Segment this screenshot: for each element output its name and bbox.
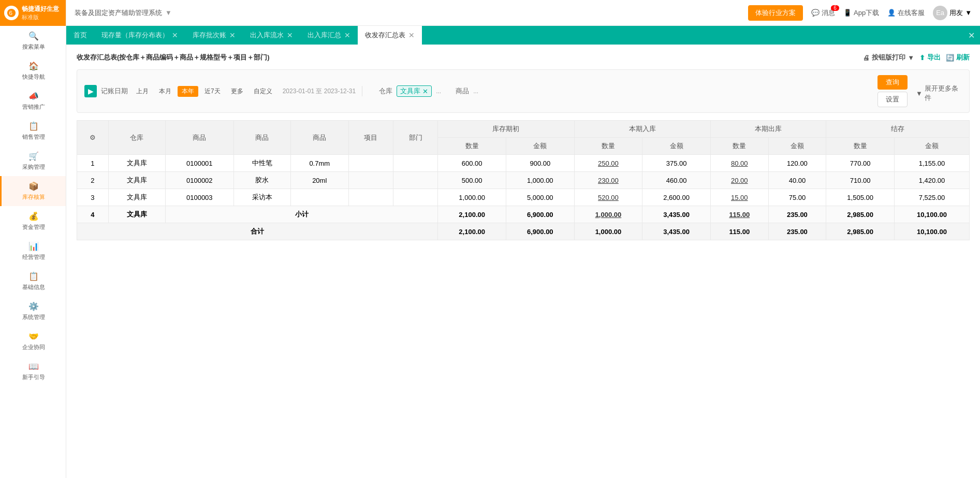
row3-out-qty[interactable]: 15.00 (710, 189, 768, 206)
project-col-header: 项目 (348, 121, 393, 155)
row2-in-qty[interactable]: 230.00 (574, 172, 642, 189)
expand-more-btn[interactable]: ▼ 展开更多条件 (916, 84, 962, 103)
online-service-button[interactable]: 👤 在线客服 (887, 8, 925, 18)
row2-warehouse: 文具库 (108, 172, 165, 189)
page-inner: 收发存汇总表(按仓库＋商品编码＋商品＋规格型号＋项目＋部门) 🖨 按钮版打印 ▼… (66, 45, 980, 478)
sidebar: 6 畅捷通好生意 标准版 🔍 搜索菜单 🏠 快捷导航 📣 营销推广 📋 销售管理… (0, 0, 66, 478)
filter-toggle-btn[interactable]: ▶ (84, 85, 97, 97)
row1-out-qty[interactable]: 80.00 (710, 155, 768, 172)
tabbar: 首页 现存量（库存分布表） ✕ 库存批次账 ✕ 出入库流水 ✕ 出入库汇总 ✕ … (66, 26, 980, 45)
topbar-dropdown-icon[interactable]: ▼ (165, 9, 172, 17)
row3-in-qty[interactable]: 520.00 (574, 189, 642, 206)
row3-no: 3 (77, 189, 109, 206)
chevron-down-icon: ▼ (965, 9, 972, 17)
refresh-button[interactable]: 🔄 刷新 (946, 53, 970, 62)
sidebar-item-search[interactable]: 🔍 搜索菜单 (0, 26, 66, 56)
sidebar-item-collab[interactable]: 🤝 企业协同 (0, 326, 66, 356)
print-icon: 🖨 (863, 54, 870, 62)
row1-name: 中性笔 (233, 155, 290, 172)
sidebar-item-finance[interactable]: 💰 资金管理 (0, 206, 66, 236)
user-menu[interactable]: Ea 用友 ▼ (933, 6, 972, 20)
sidebar-item-marketing[interactable]: 📣 营销推广 (0, 86, 66, 116)
sidebar-item-sales[interactable]: 📋 销售管理 (0, 116, 66, 146)
message-button[interactable]: 💬 消息 6 (811, 8, 835, 18)
last-month-btn[interactable]: 上月 (132, 86, 153, 97)
tab-inout-flow[interactable]: 出入库流水 ✕ (243, 26, 300, 45)
subtotal-open-qty: 2,100.00 (438, 206, 506, 223)
warehouse-tag[interactable]: 文具库 ✕ (397, 85, 432, 97)
page: 收发存汇总表(按仓库＋商品编码＋商品＋规格型号＋项目＋部门) 🖨 按钮版打印 ▼… (66, 45, 980, 478)
sidebar-item-operation[interactable]: 📊 经营管理 (0, 236, 66, 266)
query-button[interactable]: 查询 (877, 75, 908, 90)
row1-warehouse: 文具库 (108, 155, 165, 172)
warehouse-more[interactable]: ... (436, 88, 441, 95)
tab-close-icon[interactable]: ✕ (344, 32, 350, 39)
topbar: 装备及固定资产辅助管理系统 ▼ 体验行业方案 💬 消息 6 📱 App下载 👤 … (66, 0, 980, 26)
tab-close-all[interactable]: ✕ (963, 31, 980, 40)
export-button[interactable]: ⬆ 导出 (919, 53, 941, 62)
subtotal-out-qty[interactable]: 115.00 (710, 206, 768, 223)
tab-close-icon[interactable]: ✕ (172, 32, 178, 39)
sidebar-item-inventory[interactable]: 📦 库存核算 (0, 176, 66, 206)
sidebar-item-basic[interactable]: 📋 基础信息 (0, 266, 66, 296)
finance-icon: 💰 (28, 211, 39, 221)
sidebar-item-purchase[interactable]: 🛒 采购管理 (0, 146, 66, 176)
chevron-down-icon: ▼ (908, 54, 914, 62)
total-open-amt: 6,900.00 (506, 223, 574, 240)
tab-close-icon[interactable]: ✕ (408, 32, 415, 39)
sidebar-item-label: 采购管理 (22, 163, 45, 171)
row1-close-qty: 770.00 (826, 155, 895, 172)
sidebar-item-label: 库存核算 (22, 193, 45, 201)
sidebar-item-label: 快捷导航 (22, 73, 45, 81)
tab-close-icon[interactable]: ✕ (229, 32, 236, 39)
refresh-icon: 🔄 (946, 54, 954, 62)
open-qty-header: 数量 (438, 138, 506, 155)
row2-open-amt: 1,000.00 (506, 172, 574, 189)
row2-out-qty[interactable]: 20.00 (710, 172, 768, 189)
tab-batch[interactable]: 库存批次账 ✕ (185, 26, 243, 45)
avatar: Ea (933, 6, 947, 20)
tab-home[interactable]: 首页 (66, 26, 94, 45)
total-close-qty: 2,985.00 (826, 223, 895, 240)
total-close-amt: 10,100.00 (894, 223, 969, 240)
data-table: ⚙ 仓库 商品 商品 商品 项目 部门 库存期初 本期入库 本期出库 结存 数量 (77, 120, 970, 240)
sidebar-item-system[interactable]: ⚙️ 系统管理 (0, 296, 66, 326)
goods-label: 商品 (456, 86, 469, 96)
custom-date-btn[interactable]: 自定义 (250, 86, 276, 97)
tab-inout-total[interactable]: 收发存汇总表 ✕ (358, 26, 422, 45)
print-button[interactable]: 🖨 按钮版打印 ▼ (863, 53, 914, 62)
subtotal-out-amt: 235.00 (768, 206, 826, 223)
opening-col-header: 库存期初 (438, 121, 574, 138)
last-7-days-btn[interactable]: 近7天 (200, 86, 225, 97)
this-year-btn[interactable]: 本年 (178, 86, 198, 97)
subtotal-in-qty[interactable]: 1,000.00 (574, 206, 642, 223)
search-icon: 🔍 (28, 31, 39, 41)
subtotal-row: 4 文具库 小计 2,100.00 6,900.00 1,000.00 3,43… (77, 206, 970, 223)
row2-in-amt: 460.00 (642, 172, 711, 189)
collab-icon: 🤝 (28, 331, 39, 341)
goods-more[interactable]: ... (473, 88, 478, 95)
warehouse-filter: 仓库 文具库 ✕ ... (379, 85, 441, 97)
tab-inout-summary[interactable]: 出入库汇总 ✕ (300, 26, 358, 45)
app-download-button[interactable]: 📱 App下载 (843, 8, 879, 18)
warehouse-tag-remove[interactable]: ✕ (422, 88, 428, 95)
row3-open-qty: 1,000.00 (438, 189, 506, 206)
marketing-icon: 📣 (28, 91, 39, 101)
settings-button[interactable]: 设置 (877, 92, 908, 107)
this-month-btn[interactable]: 本月 (155, 86, 175, 97)
sidebar-item-guide[interactable]: 📖 新手引导 (0, 356, 66, 386)
sidebar-menu: 🔍 搜索菜单 🏠 快捷导航 📣 营销推广 📋 销售管理 🛒 采购管理 📦 库存核… (0, 26, 66, 478)
row1-in-qty[interactable]: 250.00 (574, 155, 642, 172)
total-row: 合计 2,100.00 6,900.00 1,000.00 3,435.00 1… (77, 223, 970, 240)
row1-dept (393, 155, 437, 172)
more-date-btn[interactable]: 更多 (227, 86, 247, 97)
page-title-actions: 🖨 按钮版打印 ▼ ⬆ 导出 🔄 刷新 (863, 53, 970, 62)
tab-close-icon[interactable]: ✕ (287, 32, 293, 39)
subtotal-label: 小计 (165, 206, 437, 223)
try-industry-button[interactable]: 体验行业方案 (748, 5, 803, 21)
row2-code: 0100002 (165, 172, 233, 189)
row1-spec: 0.7mm (290, 155, 348, 172)
settings-col-header[interactable]: ⚙ (77, 121, 109, 155)
tab-inventory-dist[interactable]: 现存量（库存分布表） ✕ (94, 26, 185, 45)
sidebar-item-quicknav[interactable]: 🏠 快捷导航 (0, 56, 66, 86)
